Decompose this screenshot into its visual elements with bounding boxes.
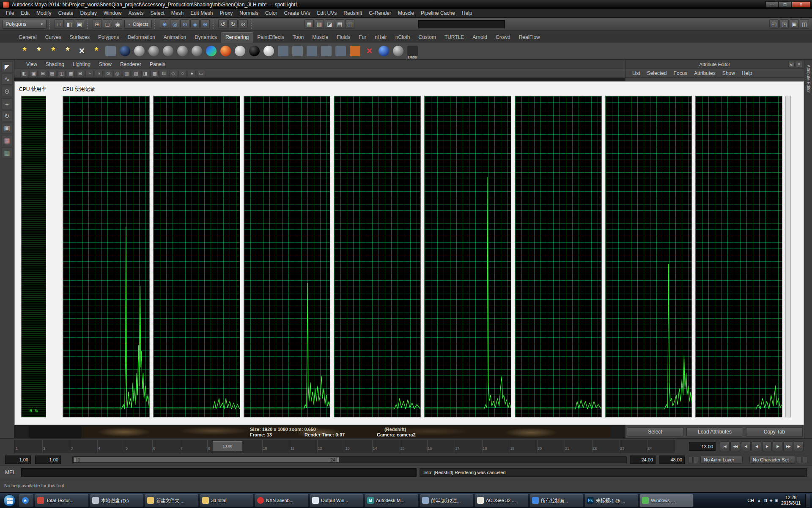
attribute-editor-menu-item[interactable]: Attributes: [691, 70, 719, 76]
render-icon[interactable]: ▦: [304, 19, 314, 29]
playback-start-field[interactable]: 1.00: [35, 456, 61, 464]
shelf-tab[interactable]: TURTLE: [440, 32, 468, 43]
panel-toolbar-icon[interactable]: ○: [178, 70, 187, 77]
panel-toolbar-icon[interactable]: ▣: [30, 70, 38, 77]
shelf-tab[interactable]: Crowd: [491, 32, 515, 43]
playhead[interactable]: 13.00: [213, 441, 242, 451]
tool-icon[interactable]: ▦: [2, 135, 13, 146]
taskbar-button[interactable]: Total Textur...: [35, 494, 89, 507]
menu-item[interactable]: Window: [100, 9, 125, 18]
shelf-item[interactable]: [118, 43, 132, 59]
quick-input-field[interactable]: [418, 20, 505, 28]
panel-toolbar-icon[interactable]: ◔: [85, 70, 93, 77]
snap-icon[interactable]: ⊙: [180, 19, 189, 29]
shelf-tab[interactable]: Dynamics: [190, 32, 221, 43]
menu-item[interactable]: G-Render: [365, 9, 395, 18]
playback-button[interactable]: ◀◀: [730, 442, 740, 451]
selection-mask-icon[interactable]: ⊞: [93, 19, 102, 29]
menu-item[interactable]: Pipeline Cache: [417, 9, 458, 18]
file-operation-icon[interactable]: ◧: [65, 19, 74, 29]
anim-layer-dropdown[interactable]: No Anim Layer: [700, 456, 743, 464]
selection-mask-dropdown[interactable]: ▼ Objects: [124, 20, 152, 29]
playback-button[interactable]: ◀|: [741, 442, 751, 451]
shelf-tab[interactable]: General: [14, 32, 41, 43]
panel-toolbar-icon[interactable]: ⊡: [160, 70, 168, 77]
panel-toolbar-icon[interactable]: ⊙: [104, 70, 112, 77]
shelf-tab[interactable]: PaintEffects: [253, 32, 288, 43]
panel-toolbar-icon[interactable]: ⊞: [39, 70, 47, 77]
panel-toolbar-icon[interactable]: ▦: [67, 70, 75, 77]
shelf-tab[interactable]: Deformation: [123, 32, 159, 43]
time-slider[interactable]: 123456789101112131415161718192021222324 …: [14, 440, 675, 453]
ui-toggle-icon[interactable]: ◫: [800, 19, 809, 29]
shelf-item[interactable]: [348, 43, 362, 59]
playback-button[interactable]: ▶|: [794, 442, 804, 451]
tool-icon[interactable]: ⊙: [2, 86, 13, 97]
auto-key-icon[interactable]: [688, 457, 693, 463]
shelf-tab[interactable]: Custom: [414, 32, 440, 43]
menu-item[interactable]: Muscle: [395, 9, 417, 18]
tray-icon[interactable]: ▣: [775, 498, 779, 502]
shelf-item[interactable]: [161, 43, 175, 59]
current-time-field[interactable]: 13.00: [689, 442, 716, 451]
playback-end-field[interactable]: 24.00: [630, 456, 656, 464]
shelf-item[interactable]: [376, 43, 391, 59]
shelf-item[interactable]: ×: [74, 43, 89, 59]
history-icon[interactable]: ↻: [228, 19, 238, 29]
playback-button[interactable]: ▶: [762, 442, 772, 451]
taskbar-button[interactable]: 3d total: [200, 494, 254, 507]
menu-item[interactable]: Select: [147, 9, 167, 18]
panel-toolbar-icon[interactable]: ◑: [95, 70, 103, 77]
separator[interactable]: [49, 19, 52, 29]
shelf-item[interactable]: *: [46, 43, 60, 59]
taskbar-button[interactable]: 新建文件夹 ...: [145, 494, 199, 507]
ui-toggle-icon[interactable]: ◰: [769, 19, 779, 29]
shelf-item[interactable]: [175, 43, 189, 59]
attribute-editor-menu-item[interactable]: Focus: [670, 70, 691, 76]
shelf-item[interactable]: [247, 43, 261, 59]
attribute-editor-menu-item[interactable]: Show: [719, 70, 738, 76]
language-indicator[interactable]: CH: [747, 498, 754, 503]
shelf-item[interactable]: [290, 43, 304, 59]
panel-toolbar-icon[interactable]: ◨: [141, 70, 149, 77]
menu-item[interactable]: Edit Mesh: [187, 9, 216, 18]
attribute-editor-menu-item[interactable]: Selected: [644, 70, 670, 76]
shelf-tab[interactable]: Rendering: [221, 32, 253, 43]
attribute-editor-button[interactable]: Select: [627, 427, 683, 436]
shelf-item[interactable]: *: [60, 43, 74, 59]
shelf-item[interactable]: [391, 43, 405, 59]
separator[interactable]: [154, 19, 157, 29]
menu-item[interactable]: Edit UVs: [314, 9, 340, 18]
shelf-tab[interactable]: RealFlow: [515, 32, 544, 43]
separator[interactable]: [87, 19, 90, 29]
shelf-item[interactable]: Deos: [405, 43, 420, 59]
attribute-editor-menu-item[interactable]: Help: [738, 70, 756, 76]
separator[interactable]: [213, 19, 215, 29]
float-panel-icon[interactable]: ◱: [788, 61, 795, 67]
panel-menu-item[interactable]: Lighting: [69, 61, 95, 67]
tool-icon[interactable]: ◤: [2, 61, 13, 72]
minimize-button[interactable]: —: [765, 1, 778, 8]
snap-icon[interactable]: ⊛: [200, 19, 210, 29]
shelf-item[interactable]: *: [89, 43, 103, 59]
panel-menu-item[interactable]: Panels: [145, 61, 170, 67]
ui-toggle-icon[interactable]: ▣: [790, 19, 799, 29]
shelf-item[interactable]: [233, 43, 247, 59]
separator[interactable]: [251, 19, 253, 29]
tool-icon[interactable]: +: [2, 98, 13, 109]
menu-item[interactable]: Modify: [33, 9, 55, 18]
tool-icon[interactable]: ▦: [2, 147, 13, 158]
selection-mask-icon[interactable]: ◉: [113, 19, 122, 29]
panel-menu-item[interactable]: View: [22, 61, 41, 67]
snap-icon[interactable]: ◈: [190, 19, 200, 29]
snap-icon[interactable]: ⊕: [160, 19, 169, 29]
menu-item[interactable]: Redshift: [340, 9, 365, 18]
file-operation-icon[interactable]: ▣: [75, 19, 84, 29]
menu-item[interactable]: Create: [55, 9, 77, 18]
shelf-item[interactable]: [261, 43, 276, 59]
shelf-tab[interactable]: Arnold: [468, 32, 491, 43]
animation-start-field[interactable]: 1.00: [5, 456, 31, 464]
character-set-dropdown[interactable]: No Character Set: [749, 456, 795, 464]
close-button[interactable]: ×: [792, 1, 810, 8]
taskbar-button[interactable]: e: [19, 494, 34, 507]
